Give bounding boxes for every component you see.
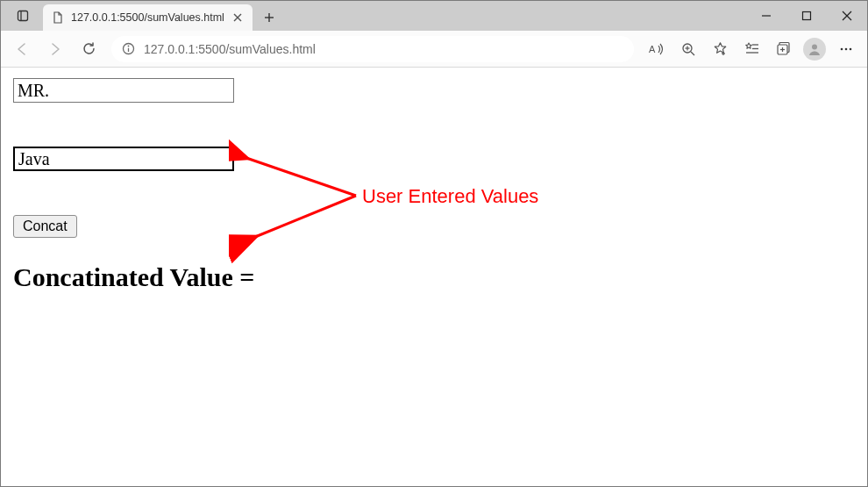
zoom-icon (681, 42, 695, 56)
refresh-icon (82, 41, 96, 56)
svg-point-28 (845, 47, 848, 50)
browser-titlebar: 127.0.0.1:5500/sumValues.html (1, 1, 867, 31)
forward-button[interactable] (39, 33, 71, 65)
window-close-icon (842, 11, 852, 21)
address-url: 127.0.0.1:5500/sumValues.html (144, 42, 623, 56)
collections-icon (776, 41, 791, 56)
maximize-icon (801, 11, 812, 21)
more-icon (838, 41, 854, 57)
window-minimize-button[interactable] (746, 1, 786, 31)
window-controls (746, 1, 867, 31)
svg-point-27 (841, 47, 843, 50)
svg-line-15 (691, 52, 694, 55)
window-close-button[interactable] (827, 1, 867, 31)
favorites-list-icon (744, 41, 759, 56)
tab-manager-icon (17, 10, 29, 22)
refresh-button[interactable] (73, 33, 104, 65)
zoom-button[interactable] (672, 33, 704, 65)
svg-rect-7 (803, 12, 811, 20)
favorites-list-button[interactable] (736, 33, 767, 65)
concat-button[interactable]: Concat (13, 215, 77, 238)
svg-point-11 (128, 46, 130, 47)
profile-icon (803, 38, 826, 61)
page-icon (52, 11, 64, 24)
back-button[interactable] (6, 33, 38, 65)
input-1[interactable] (13, 78, 234, 103)
browser-tab[interactable]: 127.0.0.1:5500/sumValues.html (43, 4, 253, 31)
read-aloud-button[interactable]: A (641, 33, 672, 65)
profile-button[interactable] (799, 33, 830, 65)
page-content: Concat Concatinated Value = User Entered… (1, 68, 867, 303)
back-icon (14, 41, 30, 57)
browser-toolbar: 127.0.0.1:5500/sumValues.html A (1, 31, 867, 68)
new-tab-button[interactable] (256, 4, 282, 31)
input-2[interactable] (13, 147, 234, 171)
tab-close-button[interactable] (231, 11, 244, 24)
plus-icon (263, 11, 275, 24)
favorite-icon (713, 41, 728, 56)
tab-title: 127.0.0.1:5500/sumValues.html (71, 11, 224, 24)
minimize-icon (761, 11, 772, 21)
read-aloud-icon: A (649, 42, 665, 56)
more-button[interactable] (830, 33, 862, 65)
svg-rect-0 (18, 11, 28, 21)
collections-button[interactable] (767, 33, 799, 65)
svg-text:A: A (649, 44, 656, 54)
svg-point-29 (850, 47, 852, 50)
window-maximize-button[interactable] (786, 1, 827, 31)
tab-actions-button[interactable] (8, 1, 38, 31)
svg-point-26 (812, 44, 817, 49)
toolbar-right-icons: A (641, 33, 862, 65)
forward-icon (47, 41, 63, 57)
site-info-icon[interactable] (122, 42, 135, 55)
result-heading: Concatinated Value = (13, 262, 855, 292)
favorite-button[interactable] (704, 33, 736, 65)
address-bar[interactable]: 127.0.0.1:5500/sumValues.html (111, 36, 634, 62)
